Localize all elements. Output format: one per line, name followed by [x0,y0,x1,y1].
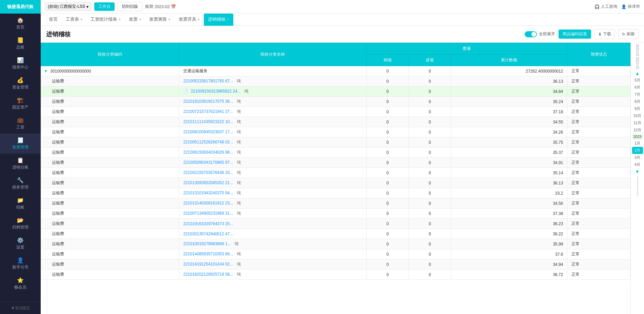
tab-payroll-close[interactable]: × [80,17,82,21]
month-dec[interactable]: 12月 [632,126,643,134]
tab-home[interactable]: 首页 [45,14,62,26]
expand-toggle[interactable]: 全部展开 [525,31,555,37]
month-oct[interactable]: 10月 [632,112,643,119]
tax-icon: 🔧 [17,177,24,183]
unit-label: 吨 [237,170,241,175]
sidebar-item-reports[interactable]: 📊 报表中心 [0,54,41,74]
table-area[interactable]: 税收分类编码 税收分类名称 数量 预警状态 销项 进项 累计数额 ▼ 30100… [41,43,630,314]
guide-icon: 👤 [17,257,24,263]
unit-label: 吨 [237,211,241,216]
close-period-icon: 📁 [17,197,24,203]
tab-home-label: 首页 [49,16,58,22]
user-menu[interactable]: 👤 徐泽华 [621,4,640,9]
scroll-down-arrow[interactable]: ▼ [635,169,640,174]
tab-invoice[interactable]: 发票 × [125,14,145,26]
sidebar-item-purchase-sales[interactable]: 📋 进销台账 [0,154,41,174]
status-cell: 正常 [567,107,630,117]
sidebar-item-member[interactable]: ⭐ 畅会员 [0,274,41,294]
company-selector[interactable]: (勿动) 江西报宝-LSS ▾ [45,2,92,11]
product-code-button[interactable]: 商品编码设置 [559,30,591,39]
cumulative-cell: 34.55 [451,117,567,127]
month-may[interactable]: 5月 [632,77,643,84]
company-name: (勿动) 江西报宝-LSS [48,4,85,9]
sidebar-item-close[interactable]: 📁 结账 [0,194,41,214]
tab-invoice-issue[interactable]: 发票开具 × [175,14,204,26]
month-mar[interactable]: 3月 [632,154,643,161]
sidebar-item-tax[interactable]: 🔧 税务管理 [0,174,41,194]
download-button[interactable]: ⬇ 下载 [594,29,615,39]
month-aug[interactable]: 8月 [632,98,643,105]
invoice-number: 221013093652085352 21... [183,180,233,185]
sidebar-item-archive[interactable]: 📂 归档管理 [0,214,41,234]
sidebar-item-guide[interactable]: 👤 新手引导 [0,254,41,274]
month-nov[interactable]: 11月 [632,119,643,126]
status-cell: 正常 [567,137,630,148]
support-link[interactable]: 🎧 人工咨询 [594,4,617,9]
invoice-number: 221010019278983869 1... [183,241,231,246]
month-jul[interactable]: 7月 [632,91,643,98]
scroll-up-arrow[interactable]: ▲ [635,71,640,76]
cumulative-cell: 35.24 [451,97,567,107]
unit-label: 吨 [237,150,241,155]
tax-code-cell: 运输费 [41,76,179,86]
sidebar-item-ledger[interactable]: 📒 总账 [0,34,41,54]
tab-invoice-close[interactable]: × [139,17,141,21]
month-jun[interactable]: 6月 [632,84,643,91]
scroll-indicator [637,176,638,197]
year-label-2: 2023.02 [636,57,639,69]
purchase-cell: 0 [409,188,451,198]
sidebar-item-label: 税务管理 [12,184,28,190]
workbench-button[interactable]: 工作台 [94,2,115,11]
sales-cell: 0 [367,259,409,270]
month-sep[interactable]: 9月 [632,105,643,112]
calendar-icon[interactable]: 📅 [171,4,176,9]
sales-cell: 0 [367,198,409,209]
tax-code-cell: 运输费 [41,178,179,188]
tax-name-cell: 221013140308161912 23... 吨 [179,198,367,209]
status-cell: 正常 [567,168,630,178]
month-apr[interactable]: 4月 [632,161,643,168]
sidebar-item-assets[interactable]: 🏗️ 固定资产 [0,94,41,114]
sidebar-item-funds[interactable]: 💰 资金管理 [0,74,41,94]
switch-button[interactable]: 切到旧版 [117,2,142,11]
tab-reconciliation-close[interactable]: × [227,17,229,21]
cumulative-cell: 36.13 [451,178,567,188]
tax-code-cell: 运输费 [41,127,179,137]
cumulative-cell: 34.91 [451,158,567,168]
tax-name-cell: 📄 221009150313965922 24... 吨 [179,86,367,97]
tab-payroll[interactable]: 工资表 × [62,14,86,26]
table-row: 运输费 221008100945323037 17... 吨 0 0 34.26… [41,127,630,137]
sidebar-item-settings[interactable]: ⚙️ 设置 [0,234,41,254]
sales-cell: 0 [367,168,409,178]
status-cell: 正常 [567,86,630,97]
tax-name-cell: 交通运输服务 [179,66,367,76]
tax-name-cell: 221010019278983869 1... 吨 [179,239,367,249]
unit-label: 吨 [237,140,241,144]
expand-triangle[interactable]: ▼ [44,69,48,74]
toggle-switch[interactable] [525,31,537,37]
unpin-sidebar[interactable]: ◀ 取消固定 [0,302,41,314]
month-feb[interactable]: 2月 [632,147,643,154]
cumulative-cell: 35.37 [451,148,567,158]
sidebar: 畅捷通易代账 🏠 首页 📒 总账 📊 报表中心 💰 资金管理 🏗️ 固定资产 💼… [0,0,41,314]
tab-payroll-label: 工资表 [66,16,79,22]
cumulative-cell: 27262.40000000012 [451,66,567,76]
tab-payroll-stats-close[interactable]: × [118,17,120,21]
refresh-button[interactable]: ↻ 刷新 [618,29,639,39]
sidebar-item-label: 设置 [16,244,24,250]
sidebar-item-payroll[interactable]: 💼 工资 [0,114,41,134]
tab-payroll-stats[interactable]: 工资统计报表 × [86,14,124,26]
tax-name-cell: 221013101943240375 94... 吨 [179,188,367,198]
tab-invoice-calc[interactable]: 发票测算 × [145,14,174,26]
tab-invoice-issue-close[interactable]: × [198,17,200,21]
member-icon: ⭐ [17,277,24,283]
status-cell: 正常 [567,259,630,270]
month-jan[interactable]: 1月 [632,140,643,147]
tab-invoice-calc-close[interactable]: × [168,17,170,21]
sidebar-item-home[interactable]: 🏠 首页 [0,14,41,34]
tab-reconciliation[interactable]: 进销稽核 × [204,14,233,26]
sidebar-item-invoice[interactable]: 🧾 发票管理 [0,134,41,154]
table-row: 运输费 221007134905231969 31... 吨 0 0 37.38… [41,209,630,219]
col-status-header: 预警状态 [567,43,630,66]
status-cell: 正常 [567,178,630,188]
